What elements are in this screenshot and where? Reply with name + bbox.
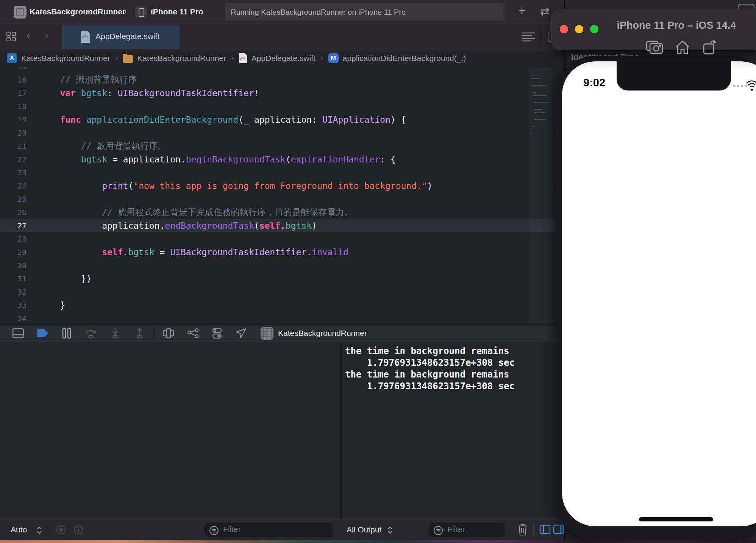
line-number: 24	[0, 181, 27, 190]
debug-toolbar: KatesBackgroundRunner	[0, 324, 564, 342]
swift-file-icon	[239, 53, 247, 63]
line-number: 21	[0, 142, 27, 151]
variables-filter-field[interactable]	[205, 523, 333, 537]
toggle-console-view-icon[interactable]	[553, 524, 564, 534]
filter-input[interactable]	[447, 524, 498, 535]
divider	[256, 327, 256, 339]
running-app-label[interactable]: KatesBackgroundRunner	[278, 329, 367, 338]
swift-file-icon	[81, 31, 90, 43]
code-line-23[interactable]: 23	[0, 166, 564, 179]
step-into-button[interactable]	[103, 326, 127, 341]
line-number: 25	[0, 195, 27, 204]
run-destination-selector[interactable]: iPhone 11 Pro	[151, 7, 203, 16]
code-line-33[interactable]: 33 }	[0, 298, 564, 312]
close-button[interactable]	[560, 25, 568, 33]
screenshot-button[interactable]	[645, 39, 664, 55]
code-line-26[interactable]: 26 // 應用程式終止背景下完成任務的執行序，目的是能保存電力。	[0, 206, 564, 219]
line-number: 18	[0, 102, 27, 111]
home-indicator[interactable]	[639, 517, 713, 521]
breakpoints-toggle-button[interactable]	[30, 326, 55, 341]
code-line-34[interactable]: 34	[0, 312, 564, 324]
line-number: 27	[0, 221, 27, 230]
add-editor-button[interactable]: +	[518, 3, 526, 18]
code-line-22[interactable]: 22 bgtsk = application.beginBackgroundTa…	[0, 153, 564, 166]
breadcrumb-group[interactable]: KatesBackgroundRunner	[137, 54, 226, 63]
source-editor[interactable]: 1516 // 識別背景執行序17 var bgtsk: UIBackgroun…	[0, 67, 564, 324]
code-line-29[interactable]: 29 self.bgtsk = UIBackgroundTaskIdentifi…	[0, 245, 564, 259]
hide-debug-area-button[interactable]	[6, 326, 30, 341]
chevron-updown-icon	[36, 526, 42, 534]
activity-status-text: Running KatesBackgroundRunner on iPhone …	[231, 8, 406, 17]
home-button[interactable]	[673, 39, 692, 55]
divider	[48, 523, 48, 536]
code-line-24[interactable]: 24 print("now this app is going from For…	[0, 179, 564, 192]
code-line-16[interactable]: 16 // 識別背景執行序	[0, 73, 564, 86]
line-number: 17	[0, 89, 27, 98]
step-out-button[interactable]	[127, 326, 152, 341]
line-number: 34	[0, 314, 27, 323]
code-line-19[interactable]: 19 func applicationDidEnterBackground(_ …	[0, 113, 564, 126]
project-icon: A	[7, 53, 17, 63]
view-debugger-button[interactable]	[156, 326, 181, 341]
line-number: 26	[0, 208, 27, 217]
status-bar-time: 9:02	[583, 76, 605, 89]
console-scope-dropdown[interactable]: All Output	[347, 525, 381, 534]
back-button[interactable]: ‹	[27, 29, 30, 42]
variables-scope-dropdown[interactable]: Auto	[11, 525, 27, 534]
memory-graph-button[interactable]	[181, 326, 205, 341]
debug-pane-divider[interactable]	[341, 343, 342, 519]
forward-button[interactable]: ›	[45, 29, 48, 42]
breadcrumb-project[interactable]: KatesBackgroundRunner	[21, 54, 110, 63]
breadcrumb-method[interactable]: applicationDidEnterBackground(_:)	[343, 54, 466, 63]
console-filter-field[interactable]	[430, 523, 505, 537]
info-icon[interactable]	[73, 524, 84, 535]
breadcrumb-file[interactable]: AppDelegate.swift	[251, 54, 316, 63]
simulator-titlebar[interactable]: iPhone 11 Pro – iOS 14.4	[551, 9, 756, 50]
divider	[154, 327, 154, 339]
chevron-icon: ›	[115, 53, 118, 63]
step-over-button[interactable]	[79, 326, 103, 341]
method-icon: M	[328, 53, 339, 63]
tab-appdelegate-swift[interactable]: AppDelegate.swift	[62, 25, 181, 49]
minimap[interactable]	[529, 67, 551, 324]
editor-options-icon[interactable]	[521, 32, 536, 42]
debug-area: the time in background remains 1.7976931…	[0, 343, 564, 519]
code-line-30[interactable]: 30	[0, 259, 564, 272]
line-number: 31	[0, 274, 27, 283]
code-line-20[interactable]: 20	[0, 126, 564, 139]
simulate-location-button[interactable]	[229, 326, 253, 341]
quick-look-eye-icon[interactable]	[55, 524, 67, 535]
filter-input[interactable]	[222, 524, 311, 535]
clear-console-trash-icon[interactable]	[517, 523, 529, 536]
screen: KatesBackgroundRunner › iPhone 11 Pro Ru…	[0, 0, 756, 543]
activity-viewer[interactable]: Running KatesBackgroundRunner on iPhone …	[225, 3, 505, 21]
scheme-selector[interactable]: KatesBackgroundRunner	[30, 7, 125, 16]
toggle-variables-view-icon[interactable]	[539, 524, 551, 534]
variables-view[interactable]	[0, 343, 341, 519]
line-number: 16	[0, 75, 27, 84]
editor-arrows-icon[interactable]: ⇄	[540, 5, 550, 18]
code-line-27[interactable]: 27 application.endBackgroundTask(self.bg…	[0, 219, 564, 232]
line-number: 33	[0, 301, 27, 310]
line-number: 30	[0, 261, 27, 270]
minimize-button[interactable]	[575, 25, 583, 33]
simulator-device-bezel: 9:02	[556, 56, 756, 540]
related-items-icon[interactable]	[6, 31, 16, 42]
code-line-18[interactable]: 18	[0, 100, 564, 113]
code-line-21[interactable]: 21 // 啟用背景執行序。	[0, 139, 564, 153]
pause-execution-button[interactable]	[55, 326, 79, 341]
line-number: 28	[0, 234, 27, 243]
simulator-screen[interactable]: 9:02	[562, 61, 756, 526]
code-line-28[interactable]: 28	[0, 232, 564, 245]
code-line-15[interactable]: 15	[0, 67, 564, 73]
environment-overrides-button[interactable]	[205, 326, 229, 341]
code-line-32[interactable]: 32	[0, 285, 564, 298]
line-number: 15	[0, 67, 27, 71]
rotate-button[interactable]	[700, 39, 718, 55]
code-line-31[interactable]: 31 })	[0, 272, 564, 285]
breakpoint-icon	[37, 329, 48, 337]
tab-label: AppDelegate.swift	[95, 32, 159, 41]
wifi-icon	[746, 80, 756, 91]
code-line-25[interactable]: 25	[0, 192, 564, 206]
code-line-17[interactable]: 17 var bgtsk: UIBackgroundTaskIdentifier…	[0, 86, 564, 100]
